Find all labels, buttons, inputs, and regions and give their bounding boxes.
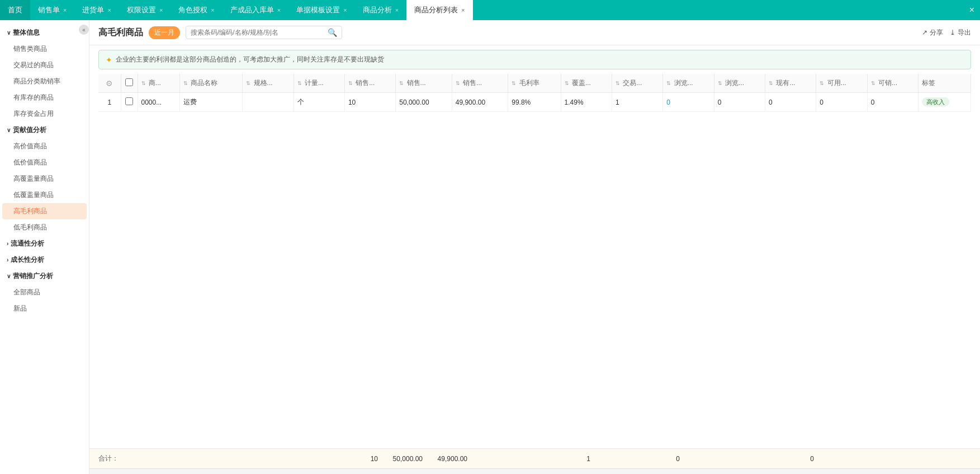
sidebar-item-stock-goods[interactable]: 有库存的商品 [0,90,89,106]
share-button[interactable]: ↗ 分享 [922,28,943,37]
col-header-available[interactable]: ⇅ 可用... [816,74,867,93]
sidebar-group-contribution[interactable]: ∨ 贡献值分析 [0,122,89,138]
nav-home[interactable]: 首页 [0,0,30,20]
group-arrow-marketing: ∨ [7,273,11,279]
sidebar-group-marketing[interactable]: ∨ 营销推广分析 [0,268,89,284]
nav-purchase-close[interactable]: × [107,7,111,13]
page-title: 高毛利商品 [98,27,143,39]
search-icon[interactable]: 🔍 [328,28,337,37]
cell-views1[interactable]: 0 [663,93,714,112]
nav-template-close[interactable]: × [343,7,347,13]
nav-role[interactable]: 角色授权 × [171,0,222,20]
sidebar-item-high-margin[interactable]: 高毛利商品 [2,203,87,219]
nav-role-close[interactable]: × [211,7,214,13]
col-header-sales-amount[interactable]: ⇅ 销售... [396,74,452,93]
time-filter-button[interactable]: 近一月 [149,26,180,39]
footer-current-stock [683,455,728,463]
col-header-views2[interactable]: ⇅ 浏览... [714,74,765,93]
footer-sales-amount: 50,000.00 [381,455,426,463]
sidebar-group-growth[interactable]: › 成长性分析 [0,252,89,268]
nav-analysis-list[interactable]: 商品分析列表 × [406,0,472,20]
sidebar-item-category-rate[interactable]: 商品分类助销率 [0,73,89,90]
col-header-saleable[interactable]: ⇅ 可销... [867,74,918,93]
sidebar-item-low-coverage[interactable]: 低覆盖量商品 [0,187,89,203]
nav-permission[interactable]: 权限设置 × [119,0,171,20]
sidebar-collapse-button[interactable]: « [79,25,89,35]
footer-views1 [594,455,638,463]
footer-label: 合计： [98,454,119,463]
row-checkbox[interactable] [125,97,133,105]
cell-name: 运费 [179,93,243,112]
nav-analysis[interactable]: 商品分析 × [355,0,406,20]
group-arrow-overall: ∨ [7,30,11,36]
sidebar-item-low-value[interactable]: 低价值商品 [0,154,89,171]
nav-sales-close[interactable]: × [63,7,67,13]
sidebar-item-new-goods-label: 新品 [13,304,27,312]
sidebar-item-high-value[interactable]: 高价值商品 [0,138,89,154]
cell-check[interactable] [121,93,138,112]
footer-sales-qty: 10 [337,455,381,463]
nav-permission-close[interactable]: × [159,7,163,13]
col-sort-spec: ⇅ [246,81,250,86]
col-header-tag[interactable]: 标签 [919,74,971,93]
sidebar-item-traded-goods[interactable]: 交易过的商品 [0,57,89,73]
col-header-sales-cost[interactable]: ⇅ 销售... [452,74,508,93]
cell-unit: 个 [293,93,344,112]
settings-icon[interactable]: ⚙ [106,79,113,88]
search-input[interactable] [191,29,328,36]
nav-finished[interactable]: 产成品入库单 × [222,0,288,20]
sidebar-group-overall[interactable]: ∨ 整体信息 [0,25,89,41]
info-text: 企业的主要的利润都是这部分商品创造的，可考虑加大推广，同时关注库存是不要出现缺货 [116,55,384,64]
bottom-scrollbar[interactable] [89,468,980,474]
col-header-views1[interactable]: ⇅ 浏览... [663,74,714,93]
sidebar-item-high-coverage[interactable]: 高覆盖量商品 [0,171,89,187]
col-header-code[interactable]: ⇅ 商... [138,74,179,93]
sidebar-item-all-goods[interactable]: 全部商品 [0,284,89,301]
col-header-transaction[interactable]: ⇅ 交易... [612,74,662,93]
col-header-spec[interactable]: ⇅ 规格... [243,74,293,93]
col-label-transaction: 交易... [623,79,642,87]
col-header-gross-margin[interactable]: ⇅ 毛利率 [508,74,561,93]
col-header-sales-qty[interactable]: ⇅ 销售... [344,74,395,93]
col-header-unit[interactable]: ⇅ 计量... [293,74,344,93]
collapse-icon: « [82,27,86,33]
sidebar-item-low-margin-label: 低毛利商品 [13,223,47,231]
sidebar-item-low-margin[interactable]: 低毛利商品 [0,219,89,236]
nav-analysis-close[interactable]: × [395,7,399,13]
col-label-sales-amount: 销售... [407,79,426,87]
window-close-icon[interactable]: × [969,5,974,15]
nav-analysis-list-close[interactable]: × [461,7,465,13]
col-header-coverage[interactable]: ⇅ 覆盖... [561,74,612,93]
nav-template[interactable]: 单据模板设置 × [288,0,354,20]
table-row: 1 0000... 运费 个 10 50,000.00 49,900.00 99… [98,93,971,112]
tag-badge: 高收入 [922,97,949,106]
nav-finished-close[interactable]: × [277,7,281,13]
col-header-settings[interactable]: ⚙ [98,74,121,93]
col-header-name[interactable]: ⇅ 商品名称 [179,74,243,93]
cell-current-stock: 0 [765,93,816,112]
group-label-growth: 成长性分析 [11,255,44,265]
group-label-flow: 流通性分析 [11,239,44,248]
export-button[interactable]: ⤓ 导出 [950,28,971,37]
col-header-check[interactable] [121,74,138,93]
info-icon: ✦ [106,55,112,64]
sidebar-item-new-goods[interactable]: 新品 [0,301,89,317]
col-label-coverage: 覆盖... [572,79,591,87]
col-header-current-stock[interactable]: ⇅ 现有... [765,74,816,93]
nav-sales[interactable]: 销售单 × [30,0,74,20]
share-icon: ↗ [922,29,927,36]
select-all-checkbox[interactable] [125,78,133,86]
sidebar-group-flow[interactable]: › 流通性分析 [0,236,89,252]
sidebar-item-low-value-label: 低价值商品 [13,158,47,166]
col-label-sales-qty: 销售... [356,79,375,87]
cell-available: 0 [816,93,867,112]
nav-purchase[interactable]: 进货单 × [74,0,119,20]
sidebar-item-stock-fund[interactable]: 库存资金占用 [0,106,89,122]
scrollbar-inner [89,469,980,470]
sidebar-item-sales-goods[interactable]: 销售类商品 [0,41,89,57]
col-label-current-stock: 现有... [776,79,795,87]
cell-tag: 高收入 [919,93,971,112]
sidebar-item-traded-goods-label: 交易过的商品 [13,61,54,69]
col-sort-sales-qty: ⇅ [348,81,353,86]
group-label-marketing: 营销推广分析 [13,271,53,281]
